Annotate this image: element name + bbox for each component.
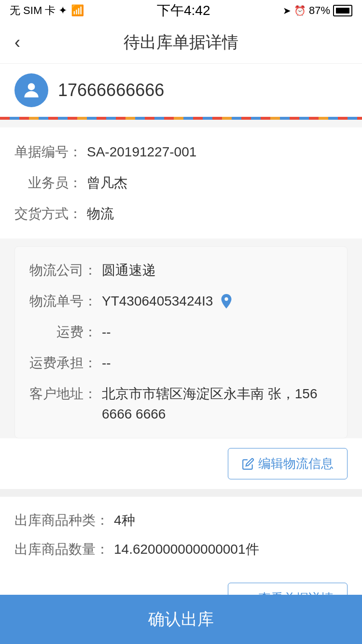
edit-logistics-button[interactable]: 编辑物流信息	[228, 448, 348, 479]
logistics-tracking-label: 物流单号：	[29, 291, 97, 311]
logistics-company-row: 物流公司： 圆通速递	[29, 260, 333, 280]
confirm-button-label: 确认出库	[148, 610, 214, 628]
nav-bar: ‹ 待出库单据详情	[0, 21, 362, 64]
edit-logistics-section: 编辑物流信息	[0, 438, 362, 489]
address-value: 北京市市辖区海淀区永丰南 张，156 6666 6666	[102, 384, 333, 424]
freight-bearer-row: 运费承担： --	[29, 353, 333, 373]
user-icon	[21, 80, 42, 101]
order-number-value: SA-20191227-001	[87, 142, 348, 162]
address-label: 客户地址：	[29, 384, 97, 404]
freight-bearer-label: 运费承担：	[29, 353, 97, 373]
goods-quantity-value: 14.620000000000001件	[114, 540, 259, 559]
delivery-label: 交货方式：	[14, 204, 82, 224]
status-bar: 无 SIM 卡 ✦ 📶 下午4:42 ➤ ⏰ 87%	[0, 0, 362, 21]
salesperson-label: 业务员：	[14, 173, 82, 193]
map-location-icon[interactable]	[218, 293, 235, 310]
alarm-icon: ⏰	[294, 5, 306, 16]
goods-types-label: 出库商品种类：	[14, 511, 109, 530]
freight-label: 运费：	[29, 322, 97, 342]
freight-bearer-value: --	[102, 353, 333, 373]
wifi-icon: 📶	[71, 4, 84, 17]
goods-quantity-row: 出库商品数量： 14.620000000000001件	[14, 540, 348, 559]
logistics-tracking-row: 物流单号： YT43064053424I3	[29, 291, 333, 311]
logistics-company-value: 圆通速递	[102, 260, 333, 280]
battery-icon	[333, 5, 352, 16]
dashed-divider	[0, 117, 362, 120]
edit-logistics-label: 编辑物流信息	[258, 455, 334, 472]
avatar	[14, 73, 48, 107]
order-number-row: 单据编号： SA-20191227-001	[14, 142, 348, 162]
confirm-button[interactable]: 确认出库	[0, 595, 362, 644]
status-right: ➤ ⏰ 87%	[283, 4, 352, 17]
back-button[interactable]: ‹	[14, 32, 20, 53]
customer-header: 17666666666	[0, 64, 362, 117]
goods-types-value: 4种	[114, 511, 135, 530]
page-title: 待出库单据详情	[124, 31, 238, 54]
salesperson-value: 曾凡杰	[87, 173, 348, 193]
goods-quantity-label: 出库商品数量：	[14, 540, 109, 559]
delivery-row: 交货方式： 物流	[14, 204, 348, 224]
delivery-value: 物流	[87, 204, 348, 224]
logistics-tracking-value: YT43064053424I3	[102, 291, 333, 311]
svg-point-0	[28, 83, 35, 90]
goods-section: 出库商品种类： 4种 出库商品数量： 14.620000000000001件	[0, 497, 362, 573]
edit-icon	[242, 458, 254, 470]
section-divider	[0, 489, 362, 497]
location-status-icon: ➤	[283, 5, 291, 16]
order-info-section: 单据编号： SA-20191227-001 业务员： 曾凡杰 交货方式： 物流	[0, 127, 362, 238]
goods-types-row: 出库商品种类： 4种	[14, 511, 348, 530]
status-left: 无 SIM 卡 ✦ 📶	[10, 3, 84, 18]
address-row: 客户地址： 北京市市辖区海淀区永丰南 张，156 6666 6666	[29, 384, 333, 424]
freight-row: 运费： --	[29, 322, 333, 342]
freight-value: --	[102, 322, 333, 342]
sim-text: 无 SIM 卡 ✦	[10, 3, 67, 18]
battery-text: 87%	[309, 4, 330, 17]
logistics-company-label: 物流公司：	[29, 260, 97, 280]
logistics-card: 物流公司： 圆通速递 物流单号： YT43064053424I3 运费： -- …	[14, 246, 348, 438]
status-time: 下午4:42	[157, 1, 210, 20]
customer-phone: 17666666666	[58, 80, 164, 100]
order-number-label: 单据编号：	[14, 142, 82, 162]
salesperson-row: 业务员： 曾凡杰	[14, 173, 348, 193]
